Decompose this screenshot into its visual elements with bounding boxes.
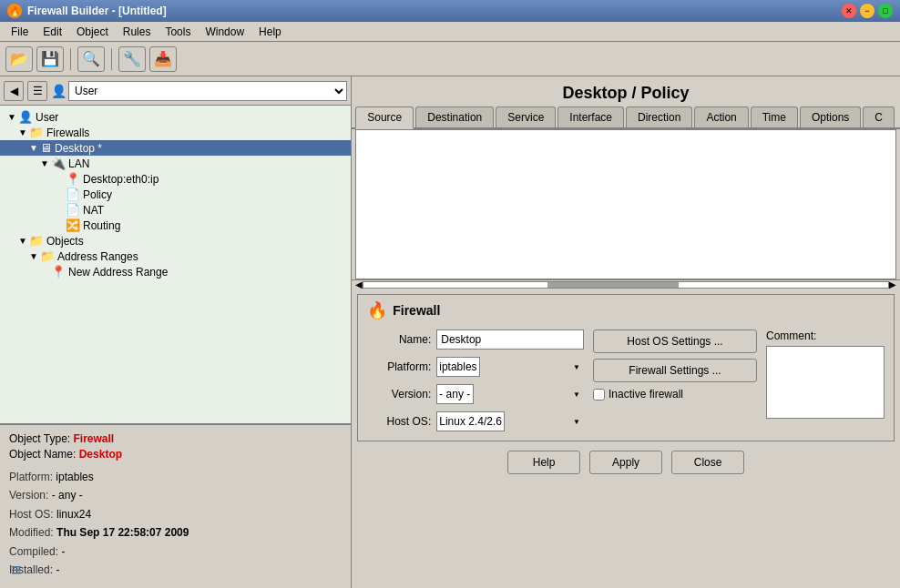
toolbar-separator-1 [70, 48, 71, 70]
platform-form-label: Platform: [367, 360, 431, 373]
tree-item-objects[interactable]: ▼ 📁 Objects [0, 233, 351, 248]
hostos-select[interactable]: Linux 2.4/2.6 Linux 3.x FreeBSD [436, 411, 505, 431]
tree-user-select[interactable]: User [68, 81, 347, 101]
lan-icon: 🔌 [51, 157, 66, 170]
version-form-row: Version: - any - 1.2 1.3 [367, 384, 584, 404]
tree-view[interactable]: ▼ 👤 User ▼ 📁 Firewalls ▼ 🖥 Desktop * [0, 106, 351, 424]
tab-source[interactable]: Source [355, 106, 414, 129]
name-label: Name: [367, 333, 431, 346]
platform-select[interactable]: iptables pf ipfw [436, 357, 480, 377]
close-dialog-button[interactable]: Close [671, 451, 744, 474]
platform-key: Platform: [9, 471, 53, 483]
tab-direction[interactable]: Direction [626, 106, 692, 127]
tree-list-button[interactable]: ☰ [27, 81, 47, 101]
toggle-firewalls[interactable]: ▼ [18, 127, 29, 137]
hostos-select-wrapper: Linux 2.4/2.6 Linux 3.x FreeBSD [436, 411, 584, 431]
menu-edit[interactable]: Edit [36, 24, 69, 40]
inactive-checkbox[interactable] [593, 389, 605, 400]
close-button[interactable]: ✕ [842, 4, 856, 18]
menu-help[interactable]: Help [251, 24, 289, 40]
tree-item-firewalls[interactable]: ▼ 📁 Firewalls [0, 125, 351, 140]
toolbar-separator-2 [111, 48, 112, 70]
find-button[interactable]: 🔍 [77, 46, 105, 72]
tab-destination[interactable]: Destination [415, 106, 494, 127]
toggle-nat [55, 205, 66, 215]
modified-row: Modified: Thu Sep 17 22:58:07 2009 [9, 523, 342, 542]
policy-area[interactable] [355, 129, 896, 279]
tree-item-user[interactable]: ▼ 👤 User [0, 109, 351, 125]
obj-name-value: Desktop [79, 448, 122, 461]
tree-item-routing[interactable]: 🔀 Routing [0, 218, 351, 233]
scroll-right-arrow[interactable]: ▶ [889, 279, 896, 289]
user-label: User [36, 111, 58, 124]
obj-name-row: Object Name: Desktop [9, 448, 342, 461]
toggle-objects[interactable]: ▼ [18, 236, 29, 246]
modified-key: Modified: [9, 526, 54, 539]
tree-item-new-address-range[interactable]: 📍 New Address Range [0, 264, 351, 279]
firewall-settings-button[interactable]: Firewall Settings ... [593, 359, 757, 382]
tree-item-policy[interactable]: 📄 Policy [0, 187, 351, 202]
tree-item-nat[interactable]: 📄 NAT [0, 202, 351, 218]
tree-back-button[interactable]: ◀ [4, 81, 24, 101]
settings-button[interactable]: 🔧 [118, 46, 146, 72]
version-select-wrapper: - any - 1.2 1.3 [436, 384, 584, 404]
platform-form-row: Platform: iptables pf ipfw [367, 357, 584, 377]
maximize-button[interactable]: □ [878, 4, 893, 18]
menu-window[interactable]: Window [198, 24, 251, 40]
toggle-policy [55, 189, 66, 199]
tree-select-wrapper: 👤 User [51, 81, 347, 101]
hostos-val: linux24 [56, 508, 91, 521]
name-input[interactable] [436, 329, 584, 350]
tab-service[interactable]: Service [496, 106, 556, 127]
info-panel: Object Type: Firewall Object Name: Deskt… [0, 424, 351, 588]
title-bar-left: 🔥 Firewall Builder - [Untitled] [7, 4, 167, 18]
tree-item-eth0[interactable]: 📍 Desktop:eth0:ip [0, 171, 351, 187]
form-left: Name: Platform: iptables pf ipfw [367, 329, 584, 431]
platform-val: iptables [56, 471, 93, 483]
toggle-lan[interactable]: ▼ [40, 158, 51, 168]
tab-interface[interactable]: Interface [557, 106, 624, 127]
tab-action[interactable]: Action [694, 106, 748, 127]
policy-scrollbar[interactable]: ◀ ▶ [352, 279, 900, 289]
version-select[interactable]: - any - 1.2 1.3 [436, 384, 474, 404]
menu-tools[interactable]: Tools [158, 24, 198, 40]
toggle-new-address-range [40, 267, 51, 277]
tree-item-desktop[interactable]: ▼ 🖥 Desktop * [0, 140, 351, 156]
menu-object[interactable]: Object [69, 24, 116, 40]
policy-icon: 📄 [66, 188, 80, 201]
scroll-thumb[interactable] [547, 282, 679, 288]
menu-file[interactable]: File [4, 24, 36, 40]
obj-name-label: Object Name: [9, 448, 76, 461]
window-controls[interactable]: ✕ − □ [842, 4, 893, 18]
minimize-button[interactable]: − [860, 4, 874, 18]
apply-button[interactable]: Apply [589, 451, 662, 474]
toggle-desktop[interactable]: ▼ [29, 143, 40, 153]
host-os-settings-button[interactable]: Host OS Settings ... [593, 329, 757, 353]
scroll-track[interactable] [363, 281, 889, 289]
policy-title: Desktop / Policy [352, 76, 900, 106]
platform-select-wrapper: iptables pf ipfw [436, 357, 584, 377]
tab-time[interactable]: Time [751, 106, 798, 127]
version-val: - any - [52, 489, 83, 502]
comment-textarea[interactable] [766, 346, 885, 419]
menu-rules[interactable]: Rules [116, 24, 159, 40]
tab-c[interactable]: C [863, 106, 895, 127]
tree-item-address-ranges[interactable]: ▼ 📁 Address Ranges [0, 248, 351, 264]
version-form-label: Version: [367, 388, 431, 400]
save-button[interactable]: 💾 [36, 46, 64, 72]
address-ranges-icon: 📁 [40, 249, 55, 263]
scroll-left-arrow[interactable]: ◀ [355, 279, 363, 289]
obj-type-value: Firewall [74, 432, 115, 445]
help-button[interactable]: Help [507, 451, 580, 474]
desktop-icon: 🖥 [40, 141, 52, 155]
info-details: Platform: iptables Version: - any - Host… [9, 468, 342, 579]
toggle-user[interactable]: ▼ [7, 112, 18, 122]
form-right: Comment: [766, 329, 885, 431]
import-button[interactable]: 📥 [149, 46, 177, 72]
compiled-val: - [61, 545, 65, 558]
scroll-icon: ≡ [11, 560, 22, 581]
toggle-address-ranges[interactable]: ▼ [29, 251, 40, 261]
open-button[interactable]: 📂 [5, 46, 33, 72]
tab-options[interactable]: Options [800, 106, 861, 127]
tree-item-lan[interactable]: ▼ 🔌 LAN [0, 156, 351, 171]
